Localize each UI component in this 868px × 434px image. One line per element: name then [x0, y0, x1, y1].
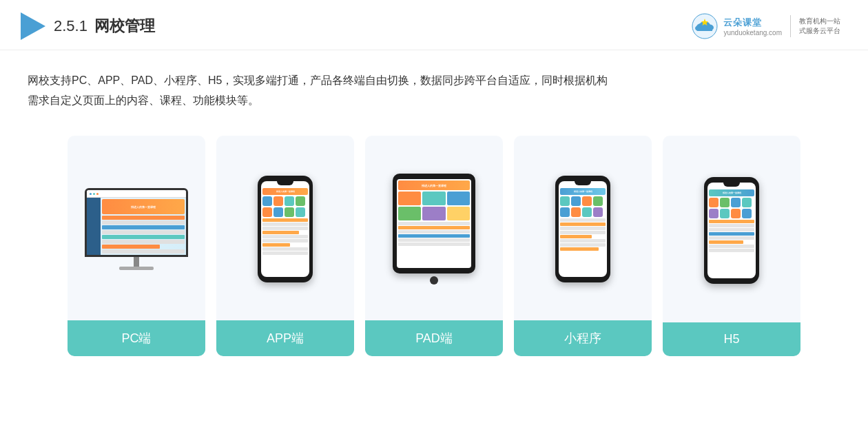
phone-inner: 招进人的第一堂课程: [261, 181, 309, 277]
brand-area: 云朵课堂 yunduoketang.com 教育机构一站 式服务云平台: [692, 13, 840, 39]
section-number: 2.5.1: [54, 17, 87, 34]
monitor-body: 招进人的第一堂课程: [85, 188, 188, 257]
brand-logo: [692, 13, 718, 39]
phone-inner-2: 招进人的第一堂课程: [559, 181, 607, 277]
page-title: 2.5.1 网校管理: [54, 16, 155, 37]
page: 2.5.1 网校管理 云朵课堂 yunduo: [0, 0, 868, 434]
card-pad: 招进人的第一堂课程: [365, 136, 503, 356]
brand-name: 云朵课堂: [723, 17, 762, 29]
description-line1: 网校支持PC、APP、PAD、小程序、H5，实现多端打通，产品各终端自由切换，数…: [28, 71, 840, 91]
phone-outer: 招进人的第一堂课程: [258, 176, 313, 282]
card-pc-label: PC端: [68, 320, 205, 356]
brand-slogan: 教育机构一站 式服务云平台: [799, 17, 840, 36]
brand-cloud-icon: [692, 13, 718, 39]
brand-url: yunduoketang.com: [723, 29, 782, 37]
brand-divider: [790, 15, 791, 37]
card-app-label: APP端: [216, 320, 354, 356]
card-h5-image: 招进人的第一堂课程: [663, 136, 800, 322]
brand-slogan-line1: 教育机构一站: [799, 17, 840, 26]
miniprogram-phone-mockup: 招进人的第一堂课程: [555, 176, 610, 282]
card-miniprogram-label: 小程序: [514, 320, 652, 356]
h5-phone-mockup: 招进人的第一堂课程: [704, 177, 759, 284]
cards-container: 招进人的第一堂课程: [0, 122, 868, 377]
pc-mockup: 招进人的第一堂课程: [85, 188, 188, 270]
card-pad-label: PAD端: [365, 320, 503, 356]
section-name: 网校管理: [94, 17, 155, 34]
header: 2.5.1 网校管理 云朵课堂 yunduo: [0, 0, 868, 50]
svg-rect-5: [697, 28, 712, 31]
card-pad-image: 招进人的第一堂课程: [365, 136, 503, 320]
pad-inner: 招进人的第一堂课程: [397, 179, 471, 268]
phone-outer-2: 招进人的第一堂课程: [555, 176, 610, 282]
phone-inner-3: 招进人的第一堂课程: [707, 183, 756, 278]
description-line2: 需求自定义页面上的内容、课程、功能模块等。: [28, 91, 840, 111]
card-h5-label: H5: [663, 322, 800, 356]
card-pc-image: 招进人的第一堂课程: [68, 136, 205, 320]
monitor-screen: 招进人的第一堂课程: [87, 190, 186, 255]
pad-home-button: [430, 276, 438, 285]
logo-icon: [21, 12, 45, 40]
description: 网校支持PC、APP、PAD、小程序、H5，实现多端打通，产品各终端自由切换，数…: [0, 50, 868, 122]
phone-outer-3: 招进人的第一堂课程: [704, 177, 759, 284]
card-pc: 招进人的第一堂课程: [68, 136, 205, 356]
card-miniprogram-image: 招进人的第一堂课程: [514, 136, 652, 320]
card-miniprogram: 招进人的第一堂课程: [514, 136, 652, 356]
brand-slogan-line2: 式服务云平台: [799, 26, 840, 36]
pad-mockup: 招进人的第一堂课程: [393, 174, 475, 285]
card-app: 招进人的第一堂课程: [216, 136, 354, 356]
pad-outer: 招进人的第一堂课程: [393, 174, 475, 273]
card-h5: 招进人的第一堂课程: [663, 136, 800, 356]
card-app-image: 招进人的第一堂课程: [216, 136, 354, 320]
app-phone-mockup: 招进人的第一堂课程: [258, 176, 313, 282]
header-left: 2.5.1 网校管理: [21, 12, 155, 40]
brand-text: 云朵课堂 yunduoketang.com: [723, 17, 782, 37]
